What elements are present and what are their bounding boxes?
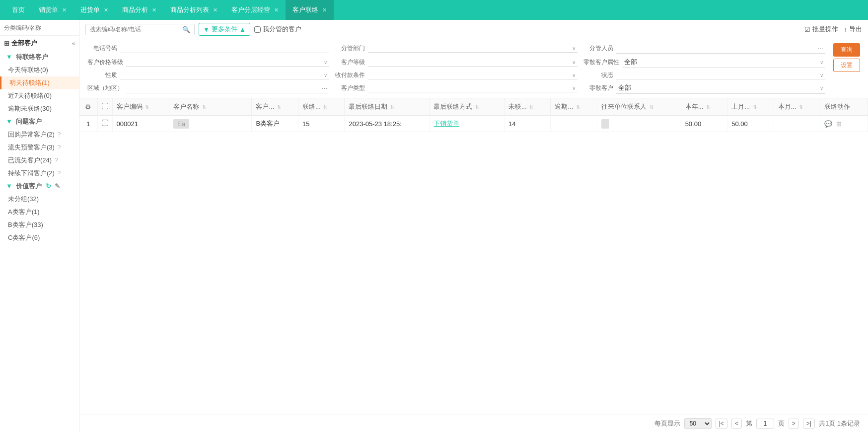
close-icon[interactable]: ✕ [152,7,156,13]
grid-action-icon[interactable]: ⊞ [836,120,842,128]
filter-phone: 电话号码 [87,44,329,53]
overdue-cell [551,116,597,132]
select-all-checkbox[interactable] [102,103,108,109]
per-page-select[interactable]: 50 100 200 [684,418,712,429]
sidebar-item-tomorrow-contact[interactable]: 明天待联络(1) [0,76,79,89]
customer-level-select[interactable]: ∨ [368,59,577,67]
row-checkbox[interactable] [102,120,108,126]
phone-label: 电话号码 [87,44,117,53]
this-year-column-header[interactable]: 本年... ⇅ [681,98,727,116]
more-filters-button[interactable]: ▼ 更多条件 ▲ [199,23,250,36]
row-checkbox-cell[interactable] [97,116,112,132]
last-contact-method-cell[interactable]: 下销货单 [430,116,505,132]
sidebar-item-today-contact[interactable]: 今天待联络(0) [0,64,79,76]
nav-customer-segment[interactable]: 客户分层经营 ✕ [224,0,286,20]
per-page-label: 每页显示 [654,419,680,428]
settings-column-header[interactable]: ⚙ [79,98,97,116]
retail-attr-select[interactable]: 全部∨ [622,57,825,68]
filter-customer-type: 客户类型 ∨ [335,84,577,92]
customer-code-cell: 000021 [112,116,169,132]
contact-method-link[interactable]: 下销货单 [434,120,459,127]
sidebar-item-repurchase-abnormal[interactable]: 回购异常客户(2) ? [0,128,79,141]
customer-type-select[interactable]: ∨ [368,84,577,92]
nav-product-analysis-list[interactable]: 商品分析列表 ✕ [163,0,224,20]
close-icon[interactable]: ✕ [274,7,279,13]
sidebar-item-declining[interactable]: 持续下滑客户(2) ? [0,167,79,180]
last-contact-method-column-header[interactable]: 最后联络方式 ⇅ [430,98,505,116]
chevron-down-icon: ∨ [572,60,576,65]
prev-page-button[interactable]: < [731,419,742,429]
payment-select[interactable]: ∨ [368,72,577,79]
nature-select[interactable]: ∨ [120,72,329,79]
nav-home[interactable]: 首页 [5,0,32,20]
nav-purchase-order[interactable]: 进货单 ✕ [73,0,115,20]
collapse-icon[interactable]: « [72,40,75,46]
contact-column-header[interactable]: 联络... ⇅ [298,98,345,116]
chevron-down-icon: ∨ [572,85,576,91]
set-button[interactable]: 设置 [833,59,860,72]
type-column-header[interactable]: 客户... ⇅ [252,98,298,116]
export-button[interactable]: ↑ 导出 [844,25,863,34]
refresh-icon[interactable]: ↻ [46,182,51,190]
nav-sales-order[interactable]: 销货单 ✕ [32,0,73,20]
sidebar-search-input[interactable] [4,24,78,31]
status-select[interactable]: ∨ [616,72,825,79]
region-label: 区域（地区） [87,84,123,92]
last-month-amount-cell: 50.00 [727,116,774,132]
close-icon[interactable]: ✕ [62,7,67,13]
sort-icon: ⇅ [390,104,394,110]
grid-icon: ⊞ [4,40,9,47]
sidebar-item-overdue-contact[interactable]: 逾期未联络(30) [0,102,79,115]
my-customers-checkbox[interactable]: 我分管的客户 [254,25,301,34]
filter-dept: 分管部门 ∨ [335,44,577,53]
retail-customer-select[interactable]: 全部∨ [616,82,825,94]
price-level-select[interactable]: ∨ [126,59,329,67]
unit-contact-column-header[interactable]: 往来单位联系人 ⇅ [597,98,681,116]
sidebar-item-c-class[interactable]: C类客户(6) [0,231,79,244]
this-month-column-header[interactable]: 本月... ⇅ [774,98,820,116]
close-icon[interactable]: ✕ [104,7,108,13]
bulk-action-button[interactable]: ☑ 批量操作 [804,25,838,34]
sidebar-item-ungrouped[interactable]: 未分组(32) [0,193,79,206]
comment-icon[interactable]: 💬 [824,120,832,128]
close-icon[interactable]: ✕ [322,7,327,13]
my-customers-check[interactable] [254,26,261,33]
chevron-down-icon: ∨ [820,60,823,65]
last-month-column-header[interactable]: 上月... ⇅ [727,98,774,116]
edit-icon[interactable]: ✎ [55,182,60,190]
sidebar-item-b-class[interactable]: B类客户(33) [0,218,79,231]
search-input[interactable] [90,26,179,33]
page-number-input[interactable] [756,419,774,429]
manager-select[interactable]: ··· [616,43,825,54]
sidebar-item-churn-warning[interactable]: 流失预警客户(3) ? [0,141,79,154]
last-contact-date-column-header[interactable]: 最后联络日期 ⇅ [345,98,430,116]
phone-input[interactable] [120,44,329,53]
value-customers-header: ▼ 价值客户 ↻ ✎ [0,180,79,193]
close-icon[interactable]: ✕ [213,7,217,13]
all-customers-header[interactable]: ⊞ 全部客户 « [0,36,79,51]
sort-icon: ⇅ [475,104,479,110]
nav-product-analysis[interactable]: 商品分析 ✕ [115,0,163,20]
uncontacted-column-header[interactable]: 未联... ⇅ [504,98,551,116]
sidebar-item-7day-contact[interactable]: 近7天待联络(0) [0,89,79,102]
customer-name-cell[interactable]: Ea [169,116,252,132]
dept-select[interactable]: ∨ [368,45,577,53]
first-page-button[interactable]: |< [716,419,727,429]
overdue-column-header[interactable]: 逾期... ⇅ [551,98,597,116]
code-column-header[interactable]: 客户编码 ⇅ [112,98,169,116]
next-page-button[interactable]: > [789,419,799,429]
settings-icon[interactable]: ⚙ [85,103,91,111]
sidebar-item-a-class[interactable]: A类客户(1) [0,206,79,218]
nav-customer-contact[interactable]: 客户联络 ✕ [286,0,334,20]
sort-icon: ⇅ [576,104,580,110]
search-icon[interactable]: 🔍 [182,26,190,33]
query-button[interactable]: 查询 [833,43,860,57]
ellipsis-icon[interactable]: ··· [322,84,328,92]
name-column-header[interactable]: 客户名称 ⇅ [169,98,252,116]
region-select[interactable]: ··· [126,83,329,93]
search-container: 🔍 [85,24,195,35]
ellipsis-icon[interactable]: ··· [817,44,823,52]
checkbox-column-header[interactable] [97,98,112,116]
last-page-button[interactable]: >| [803,419,815,429]
sidebar-item-churned[interactable]: 已流失客户(24) ? [0,154,79,167]
